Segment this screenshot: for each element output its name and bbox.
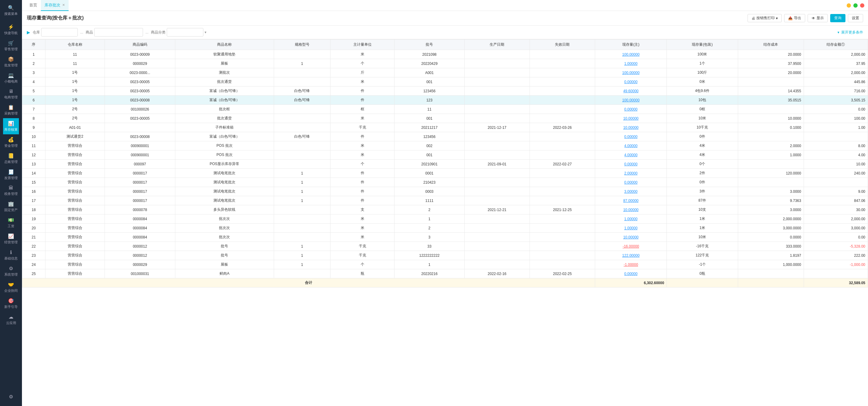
settings-page-button[interactable]: 设置 <box>848 14 863 22</box>
sidebar-item-企业协同[interactable]: 🤝企业协同 <box>3 279 19 296</box>
maximize-button[interactable] <box>854 3 858 8</box>
cell-qty-main[interactable]: 10.00000 <box>595 114 667 123</box>
table-row[interactable]: 18 营营综合 0000078 多头异色软线 支 2 2021-12-21 20… <box>22 205 868 214</box>
table-row[interactable]: 19 营营综合 0000084 批次次 米 1 1.00000 1米 2,000… <box>22 214 868 224</box>
table-row[interactable]: 21 营营综合 0000084 批次次 米 3 10.00000 10米 0.0… <box>22 233 868 242</box>
tab-home[interactable]: 首页 <box>26 0 41 11</box>
cell-qty-main[interactable]: 1.00000 <box>595 59 667 68</box>
table-row[interactable]: 22 营营综合 0000012 批号 1 千克 33 -16.00000 -16… <box>22 242 868 251</box>
tab-inventory-batch[interactable]: 库存批次 ✕ <box>41 0 69 11</box>
sidebar-item-批发管理[interactable]: 📦批发管理 <box>3 54 19 70</box>
cell-qty-main[interactable]: 0.00000 <box>595 269 667 278</box>
product-input[interactable] <box>94 28 143 37</box>
table-row[interactable]: 2 11 0000029 展板 1 个 20220429 1.00000 1个 … <box>22 59 868 68</box>
table-row[interactable]: 13 营营综合 000097 POS显示库存异常 个 20210901 2021… <box>22 160 868 169</box>
cell-qty-main[interactable]: 2.00000 <box>595 169 667 178</box>
cell-batch: 20210901 <box>395 160 465 169</box>
cell-qty-main[interactable]: 87.00000 <box>595 196 667 205</box>
cell-qty-main[interactable]: 10.00000 <box>595 205 667 214</box>
sidebar-item-快捷导航[interactable]: ⚡快捷导航 <box>3 22 19 38</box>
sidebar-item-系统管理[interactable]: ⚙系统管理 <box>3 263 19 279</box>
sidebar-item-经营管理[interactable]: 📈经营管理 <box>3 231 19 247</box>
cell-name: 子件标准箱 <box>175 123 274 132</box>
table-row[interactable]: 24 营营综合 0000029 展板 1 个 1 -1.00000 -1个 1,… <box>22 260 868 269</box>
table-row[interactable]: 12 营营综合 000900001 POS 批次 米 001 4.00000 4… <box>22 150 868 160</box>
table-row[interactable]: 16 营营综合 0000017 测试电笔批次 1 件 0003 3.00000 … <box>22 187 868 196</box>
table-row[interactable]: 25 营营综合 001000031 鲜肉A 瓶 20220216 2022-02… <box>22 269 868 278</box>
cell-qty-main[interactable]: 100.00000 <box>595 68 667 77</box>
cell-unit: 件 <box>330 132 394 141</box>
cell-qty-main[interactable]: -1.00000 <box>595 260 667 269</box>
sidebar-item-资金管理[interactable]: 💰资金管理 <box>3 134 19 150</box>
cell-exp-date <box>530 196 595 205</box>
search-button[interactable]: 查询 <box>830 14 845 22</box>
category-input[interactable] <box>167 28 204 37</box>
cell-qty-main[interactable]: 0.00000 <box>595 105 667 114</box>
sidebar-item-新手引导[interactable]: 🎯新手引导 <box>3 296 19 312</box>
cell-qty-main[interactable]: 4.00000 <box>595 141 667 150</box>
table-row[interactable]: 3 1号 0023-0000... 测批次 斤 A001 100.00000 1… <box>22 68 868 77</box>
minimize-button[interactable] <box>847 3 851 8</box>
table-row[interactable]: 7 2号 001000026 批次框 框 11 0.00000 0框 0.00 <box>22 105 868 114</box>
table-row[interactable]: 1 11 0023-00009 软聚通用地垫 米 2021098 100.000… <box>22 50 868 59</box>
sidebar-item-发票管理[interactable]: 🧾发票管理 <box>3 167 19 183</box>
table-row[interactable]: 11 营营综合 000900001 POS 批次 米 002 4.00000 4… <box>22 141 868 150</box>
sidebar-item-库存核算[interactable]: 📊库存核算 <box>3 118 19 134</box>
sidebar-item-云应用[interactable]: ☁云应用 <box>3 312 19 328</box>
export-button[interactable]: 📤 导出 <box>784 14 805 22</box>
cell-qty-main[interactable]: 100.00000 <box>595 96 667 105</box>
table-row[interactable]: 5 1号 0023-00005 富诚（白色/可锋） 白色/可锋 件 123456… <box>22 87 868 96</box>
sidebar-item-小额电商[interactable]: 💻小额电商 <box>3 70 19 86</box>
table-row[interactable]: 14 营营综合 0000017 测试电笔批次 1 件 0001 2.00000 … <box>22 169 868 178</box>
cell-cost <box>738 132 804 141</box>
sidebar-menu-search[interactable]: 🔍 搜索菜单 <box>0 2 22 19</box>
display-button[interactable]: 👁 显示 <box>808 14 828 22</box>
cell-qty-main[interactable]: 3.00000 <box>595 187 667 196</box>
table-row[interactable]: 4 1号 0023-00005 批次通货 米 001 0.00000 0米 44… <box>22 77 868 87</box>
cell-cost: 0.0000 <box>738 233 804 242</box>
cell-amount: 4.00 <box>804 150 868 160</box>
cell-qty-main[interactable]: 10.00000 <box>595 123 667 132</box>
cell-qty-main[interactable]: 49.60000 <box>595 87 667 96</box>
tab-close-icon[interactable]: ✕ <box>62 3 65 7</box>
sidebar-item-固定资产[interactable]: 🏢固定资产 <box>3 199 19 215</box>
table-row[interactable]: 10 测试通货2 0023-00008 富诚（白色/可锋） 白色/可锋 件 12… <box>22 132 868 141</box>
expand-icon[interactable]: ▶ <box>27 30 30 35</box>
sidebar-item-电商管理[interactable]: 🖥电商管理 <box>3 86 19 102</box>
cell-warehouse: 1号 <box>45 77 104 87</box>
cell-qty-main[interactable]: 0.00000 <box>595 178 667 187</box>
table-row[interactable]: 17 营营综合 0000017 测试电笔批次 1 件 1111 87.00000… <box>22 196 868 205</box>
table-row[interactable]: 15 营营综合 0000017 测试电笔批次 1 件 210423 0.0000… <box>22 178 868 187</box>
table-row[interactable]: 23 营营综合 0000012 批号 1 千克 1222222222 122.0… <box>22 251 868 260</box>
cell-batch: 0001 <box>395 169 465 178</box>
close-button[interactable] <box>860 3 864 8</box>
sidebar-item-税务管理[interactable]: 🏛税务管理 <box>3 183 19 199</box>
expand-conditions-button[interactable]: ▼ 展开更多条件 <box>837 30 863 35</box>
table-row[interactable]: 8 2号 0023-00005 批次通货 米 001 10.00000 10米 … <box>22 114 868 123</box>
cell-code: 0000084 <box>104 224 175 233</box>
cell-qty-main[interactable]: 0.00000 <box>595 77 667 87</box>
cell-qty-main[interactable]: 0.00000 <box>595 160 667 169</box>
table-container[interactable]: 序 仓库名称 商品编码 商品名称 规格型号 主计量单位 批号 生产日期 失效日期… <box>22 39 868 406</box>
sidebar-item-工资[interactable]: 💵工资 <box>3 215 19 231</box>
sidebar-item-零售管理[interactable]: 🛒零售管理 <box>3 38 19 54</box>
sidebar-item-settings[interactable]: ⚙ <box>8 392 14 403</box>
sidebar-item-总账管理[interactable]: 📒总账管理 <box>3 150 19 167</box>
cell-qty-main[interactable]: 100.00000 <box>595 50 667 59</box>
table-row[interactable]: 20 营营综合 0000084 批次次 米 2 1.00000 1米 3,000… <box>22 224 868 233</box>
cell-qty-main[interactable]: 1.00000 <box>595 214 667 224</box>
cell-amount: 0.00 <box>804 233 868 242</box>
print-by-sales-button[interactable]: 🖨 按销售打印 ▾ <box>748 14 782 22</box>
cell-qty-main[interactable]: 10.00000 <box>595 233 667 242</box>
cell-qty-main[interactable]: -16.00000 <box>595 242 667 251</box>
cell-qty-main[interactable]: 4.00000 <box>595 150 667 160</box>
sidebar-item-基础信息[interactable]: ℹ基础信息 <box>3 247 19 263</box>
cell-qty-main[interactable]: 1.00000 <box>595 224 667 233</box>
sidebar-item-采购管理[interactable]: 📋采购管理 <box>3 102 19 118</box>
table-row[interactable]: 6 1号 0023-00008 富诚（白色/可锋） 白色/可锋 件 123 10… <box>22 96 868 105</box>
table-row[interactable]: 9 A01-01 子件标准箱 千克 20211217 2021-12-17 20… <box>22 123 868 132</box>
warehouse-input[interactable] <box>41 28 78 37</box>
cell-qty-main[interactable]: 0.00000 <box>595 132 667 141</box>
cell-qty-main[interactable]: 122.00000 <box>595 251 667 260</box>
category-dropdown-icon[interactable]: ▾ <box>205 30 207 34</box>
